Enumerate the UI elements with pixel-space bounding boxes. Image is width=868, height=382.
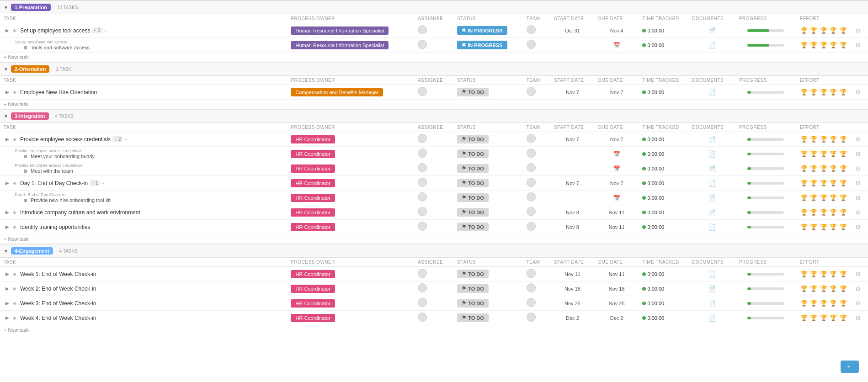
section-badge[interactable]: 1-Preparation xyxy=(11,4,51,11)
section-collapse-icon[interactable]: ▼ xyxy=(4,67,8,72)
document-icon[interactable]: 📄 xyxy=(708,180,716,187)
new-task-row-orientation[interactable]: + New task xyxy=(0,100,868,110)
row-settings-icon[interactable]: ⚙ xyxy=(855,300,861,307)
expand-icon[interactable]: ▶ xyxy=(5,286,9,291)
process-owner-badge[interactable]: HR Coordinator xyxy=(291,223,335,231)
assignee-avatar[interactable] xyxy=(418,149,427,158)
team-avatar[interactable] xyxy=(527,207,536,216)
new-task-label[interactable]: + New task xyxy=(4,54,29,60)
document-icon[interactable]: 📄 xyxy=(708,42,716,49)
assignee-avatar[interactable] xyxy=(418,40,427,49)
expand-icon[interactable]: ▶ xyxy=(5,224,9,229)
expand-icon[interactable]: ▶ xyxy=(5,137,9,142)
row-settings-icon[interactable]: ⚙ xyxy=(855,271,861,278)
assignee-avatar[interactable] xyxy=(418,207,427,216)
team-avatar[interactable] xyxy=(527,298,536,307)
section-collapse-icon[interactable]: ▼ xyxy=(4,249,8,254)
row-settings-icon[interactable]: ⚙ xyxy=(855,89,861,96)
status-badge[interactable]: ⚑ TO DO xyxy=(457,270,489,278)
status-badge[interactable]: ⚑ TO DO xyxy=(457,313,489,322)
new-task-label[interactable]: + New task xyxy=(4,327,29,333)
row-settings-icon[interactable]: ⚙ xyxy=(855,223,861,231)
assignee-avatar[interactable] xyxy=(418,192,427,202)
subtask-count[interactable]: ⑂ 1 xyxy=(90,180,100,186)
document-icon[interactable]: 📄 xyxy=(708,271,716,278)
status-badge[interactable]: ⚑ TO DO xyxy=(457,299,489,308)
assignee-avatar[interactable] xyxy=(418,163,427,172)
process-owner-badge[interactable]: HR Coordinator xyxy=(291,194,335,202)
expand-icon[interactable]: ▶ xyxy=(5,210,9,215)
assignee-avatar[interactable] xyxy=(418,222,427,231)
assignee-avatar[interactable] xyxy=(418,134,427,143)
document-icon[interactable]: 📄 xyxy=(708,150,716,158)
process-owner-badge[interactable]: HR Coordinator xyxy=(291,135,335,143)
team-avatar[interactable] xyxy=(527,192,536,202)
expand-icon[interactable]: ▶ xyxy=(5,180,9,186)
document-icon[interactable]: 📄 xyxy=(708,89,716,96)
document-icon[interactable]: 📄 xyxy=(708,223,716,231)
section-badge[interactable]: 2-Orientation xyxy=(11,65,49,73)
team-avatar[interactable] xyxy=(527,134,536,143)
process-owner-badge[interactable]: Human Resource Information Specialist xyxy=(291,27,389,35)
team-avatar[interactable] xyxy=(527,149,536,158)
process-owner-badge[interactable]: HR Coordinator xyxy=(291,179,335,187)
section-collapse-icon[interactable]: ▼ xyxy=(4,5,8,10)
section-badge[interactable]: 3-Integration xyxy=(11,112,49,120)
add-subtask-icon[interactable]: + xyxy=(104,28,107,33)
status-badge[interactable]: ⚑ TO DO xyxy=(457,179,489,187)
document-icon[interactable]: 📄 xyxy=(708,209,716,216)
process-owner-badge[interactable]: HR Coordinator xyxy=(291,285,335,293)
team-avatar[interactable] xyxy=(527,222,536,231)
new-task-cell[interactable]: + New task xyxy=(0,53,868,63)
status-badge[interactable]: ⚑ TO DO xyxy=(457,284,489,293)
row-settings-icon[interactable]: ⚙ xyxy=(855,209,861,216)
expand-icon[interactable]: ▶ xyxy=(5,301,9,306)
new-task-row-integration[interactable]: + New task xyxy=(0,234,868,244)
document-icon[interactable]: 📄 xyxy=(708,194,716,202)
team-avatar[interactable] xyxy=(527,87,536,96)
new-task-cell[interactable]: + New task xyxy=(0,234,868,244)
document-icon[interactable]: 📄 xyxy=(708,285,716,292)
add-subtask-icon[interactable]: + xyxy=(124,137,127,142)
team-avatar[interactable] xyxy=(527,313,536,322)
process-owner-badge[interactable]: HR Coordinator xyxy=(291,299,335,308)
document-icon[interactable]: 📄 xyxy=(708,314,716,322)
status-badge[interactable]: ⚑ TO DO xyxy=(457,135,489,143)
add-subtask-icon[interactable]: + xyxy=(101,180,104,186)
section-collapse-icon[interactable]: ▼ xyxy=(4,114,8,119)
assignee-avatar[interactable] xyxy=(418,298,427,307)
assignee-avatar[interactable] xyxy=(418,178,427,187)
section-badge[interactable]: 4-Engagement xyxy=(11,247,53,255)
document-icon[interactable]: 📄 xyxy=(708,165,716,172)
team-avatar[interactable] xyxy=(527,163,536,172)
status-badge[interactable]: ✖ IN PROGRESS xyxy=(457,26,507,35)
team-avatar[interactable] xyxy=(527,40,536,49)
process-owner-badge[interactable]: HR Coordinator xyxy=(291,270,335,278)
document-icon[interactable]: 📄 xyxy=(708,300,716,307)
new-task-label[interactable]: + New task xyxy=(4,101,29,107)
status-badge[interactable]: ⚑ TO DO xyxy=(457,193,489,202)
status-badge[interactable]: ⚑ TO DO xyxy=(457,208,489,217)
team-avatar[interactable] xyxy=(527,25,536,34)
status-badge[interactable]: ✖ IN PROGRESS xyxy=(457,41,507,49)
team-avatar[interactable] xyxy=(527,269,536,278)
process-owner-badge[interactable]: Compensation and Benefits Manager xyxy=(291,88,383,96)
assignee-avatar[interactable] xyxy=(418,269,427,278)
row-settings-icon[interactable]: ⚙ xyxy=(855,194,861,202)
subtask-count[interactable]: ⑂ 2 xyxy=(112,136,122,142)
document-icon[interactable]: 📄 xyxy=(708,136,716,143)
process-owner-badge[interactable]: HR Coordinator xyxy=(291,314,335,322)
row-settings-icon[interactable]: ⚙ xyxy=(855,285,861,292)
team-avatar[interactable] xyxy=(527,178,536,187)
assignee-avatar[interactable] xyxy=(418,313,427,322)
process-owner-badge[interactable]: HR Coordinator xyxy=(291,208,335,217)
expand-icon[interactable]: ▶ xyxy=(5,28,9,33)
new-task-row-engagement[interactable]: + New task xyxy=(0,325,868,335)
row-settings-icon[interactable]: ⚙ xyxy=(855,150,861,158)
new-task-cell[interactable]: + New task xyxy=(0,325,868,335)
row-settings-icon[interactable]: ⚙ xyxy=(855,180,861,187)
team-avatar[interactable] xyxy=(527,283,536,292)
new-task-cell[interactable]: + New task xyxy=(0,100,868,110)
status-badge[interactable]: ⚑ TO DO xyxy=(457,149,489,158)
document-icon[interactable]: 📄 xyxy=(708,27,716,34)
